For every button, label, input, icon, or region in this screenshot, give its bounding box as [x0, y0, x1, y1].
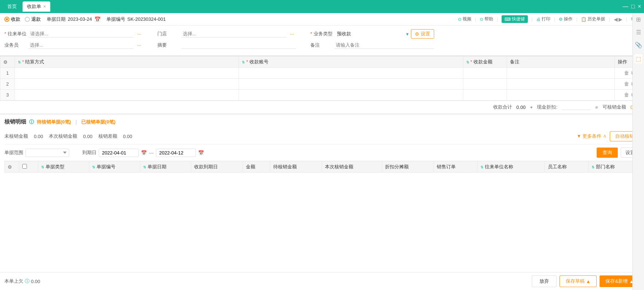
sidebar-expand-icon[interactable]: ⬚: [635, 54, 642, 63]
tab-pending[interactable]: 待核销单据(0笔): [37, 119, 71, 125]
save-draft-btn[interactable]: 保存草稿 ▲: [559, 275, 597, 287]
radio-receipt[interactable]: 收款: [4, 16, 20, 23]
bill-date-label: 单据日期: [47, 16, 66, 23]
tab-done[interactable]: 已核销单据(0笔): [81, 119, 115, 125]
bill-range-field: 单据范围: [4, 149, 69, 157]
salesman-input[interactable]: [28, 42, 133, 49]
store-input[interactable]: [181, 30, 286, 38]
remark-cell[interactable]: [507, 90, 614, 101]
store-more-btn[interactable]: ···: [288, 31, 296, 37]
form-area: * 往来单位 ··· 门店 ··· * 业务类型 预收款 ▾: [0, 26, 644, 56]
amount-cell[interactable]: [463, 68, 507, 79]
bottom-th-bill-no: ⇅ 单据编号: [89, 161, 140, 173]
more-conditions-btn[interactable]: ▼ 更多条件 ∧: [577, 133, 607, 140]
settlement-cell[interactable]: [15, 79, 239, 90]
delete-row-icon[interactable]: 🗑: [624, 81, 629, 87]
amount-cell[interactable]: [463, 90, 507, 101]
tab-close-icon[interactable]: ×: [43, 4, 46, 9]
tab-receipt[interactable]: 收款单 ×: [23, 1, 50, 12]
account-cell[interactable]: [239, 90, 463, 101]
sidebar-table-icon[interactable]: ⊞: [636, 16, 641, 23]
table-gear-icon[interactable]: ⚙: [3, 59, 8, 65]
radio-refund[interactable]: 退款: [25, 16, 41, 23]
summary-input[interactable]: [181, 42, 296, 49]
print-label: 打印: [542, 16, 550, 22]
sum-plus: +: [530, 105, 533, 110]
sidebar-attachment-icon[interactable]: 📎: [635, 42, 642, 48]
abandon-btn[interactable]: 放弃: [532, 275, 557, 287]
bill-date-field: 单据日期 2023-03-24 📅: [47, 16, 101, 23]
date-from-calendar-icon[interactable]: 📅: [141, 150, 147, 156]
counterpart-more-btn[interactable]: ···: [136, 31, 143, 37]
bill-range-select[interactable]: [25, 149, 69, 157]
salesman-field: 业务员 ···: [4, 42, 143, 49]
operation-icon: ⚙: [559, 17, 563, 22]
date-from-input[interactable]: [99, 149, 139, 157]
video-btn[interactable]: ⊙ 视频: [458, 16, 471, 22]
discount-input[interactable]: [562, 104, 591, 110]
print-btn[interactable]: 🖨 打印: [536, 16, 550, 22]
account-cell[interactable]: [239, 79, 463, 90]
settlement-cell[interactable]: [15, 68, 239, 79]
bottom-table: ⚙ ⇅ 单据类型 ⇅ 单据编号: [4, 161, 640, 173]
history-icon: 📋: [581, 17, 586, 22]
toolbar: 收款 退款 单据日期 2023-03-24 📅 单据编号 SK-20230324…: [0, 13, 644, 26]
help-btn[interactable]: ⊙ 帮助: [480, 16, 493, 22]
settlement-cell[interactable]: [15, 90, 239, 101]
th-remark: 备注: [507, 56, 614, 68]
history-btn[interactable]: 📋 历史单据: [581, 16, 605, 22]
business-type-dropdown-icon[interactable]: ▾: [406, 31, 409, 37]
select-all-checkbox[interactable]: [22, 164, 27, 169]
setting-label: 设置: [421, 31, 430, 37]
nav-arrows: ◀ ▶: [614, 16, 623, 22]
bottom-th-counterpart: ⇅ 往来单位名称: [478, 161, 545, 173]
sort-icon: ⇅: [466, 60, 469, 64]
calendar-icon[interactable]: 📅: [94, 16, 101, 22]
remark-cell[interactable]: [507, 68, 614, 79]
bottom-table-container: ⚙ ⇅ 单据类型 ⇅ 单据编号: [4, 161, 640, 272]
tab-home[interactable]: 首页: [3, 1, 21, 12]
sort-icon: ⇅: [592, 165, 594, 169]
bottom-th-dept: ⇅ 部门名称: [588, 161, 639, 173]
verify-section: 核销明细 ⓘ 待核销单据(0笔) | 已核销单据(0笔) 未核销金额 0.00 …: [0, 113, 644, 272]
bottom-th-discount: 折扣分摊额: [382, 161, 434, 173]
verify-info-icon: ⓘ: [29, 119, 34, 125]
account-cell[interactable]: [239, 68, 463, 79]
sort-icon: ⇅: [143, 165, 146, 169]
bottom-table-gear-icon[interactable]: ⚙: [8, 164, 12, 170]
sidebar-list-icon[interactable]: ☰: [636, 29, 641, 36]
date-to-input[interactable]: [156, 149, 196, 157]
footer-info: 本单上欠 ⓘ 0.00: [4, 278, 40, 285]
bottom-th-receipt-due: 收款到期日: [191, 161, 243, 173]
save-new-label: 保存&新增: [605, 278, 628, 285]
shortcut-btn[interactable]: ⌨ 快捷键: [502, 15, 528, 23]
radio-receipt-label: 收款: [11, 16, 20, 23]
toolbar-right: ⊙ 视频 | ⊙ 帮助 | ⌨ 快捷键 | 🖨 打印 | ⚙ 操作: [458, 15, 640, 23]
prev-arrow[interactable]: ◀: [614, 16, 618, 22]
th-gear-col: ⚙: [0, 56, 15, 68]
salesman-more-btn[interactable]: ···: [136, 42, 143, 48]
row-num: 3: [0, 90, 15, 101]
store-label: 门店: [157, 31, 179, 37]
summary-field: 摘要: [157, 42, 296, 49]
minimize-icon[interactable]: —: [623, 3, 628, 10]
next-arrow[interactable]: ▶: [619, 16, 623, 22]
query-btn[interactable]: 查询: [597, 148, 618, 158]
operation-btn[interactable]: ⚙ 操作: [559, 16, 573, 22]
maximize-icon[interactable]: □: [631, 3, 635, 10]
delete-row-icon[interactable]: 🗑: [624, 92, 629, 98]
date-to-calendar-icon[interactable]: 📅: [198, 150, 204, 156]
th-account-label: 收款账号: [250, 59, 268, 64]
bottom-th-bill-type: ⇅ 单据类型: [38, 161, 89, 173]
setting-btn[interactable]: ⚙ 设置: [411, 29, 434, 39]
delete-row-icon[interactable]: 🗑: [624, 70, 629, 76]
business-type-label: * 业务类型: [310, 31, 333, 37]
shortcut-label: 快捷键: [512, 16, 525, 22]
history-label: 历史单据: [588, 16, 605, 22]
close-icon[interactable]: ×: [638, 3, 641, 10]
counterpart-input[interactable]: [29, 30, 134, 38]
sum-equals: =: [595, 105, 598, 110]
remark-input[interactable]: [334, 42, 434, 49]
amount-cell[interactable]: [463, 79, 507, 90]
remark-cell[interactable]: [507, 79, 614, 90]
